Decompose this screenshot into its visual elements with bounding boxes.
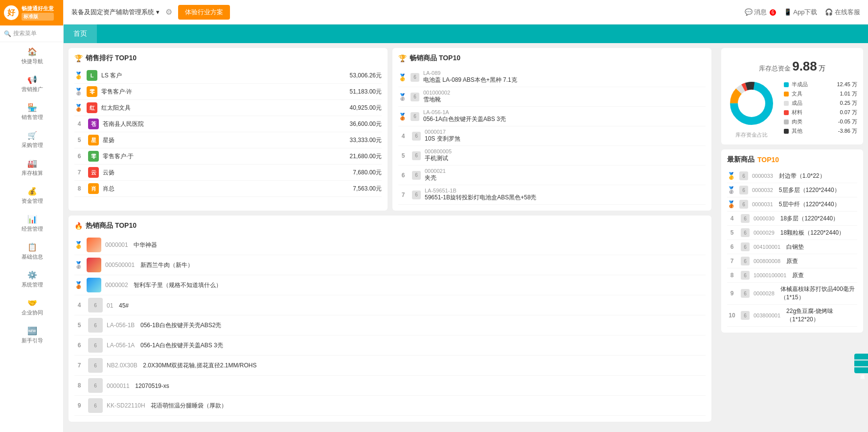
hot-products-title: 🔥 热销商品 TOP10 bbox=[74, 221, 706, 230]
product-icon: 6 bbox=[411, 73, 419, 82]
nav-label: 营销推广 bbox=[22, 86, 43, 93]
new-product-code: 003800001 bbox=[754, 312, 780, 318]
system-name: 装备及固定资产辅助管理系统 bbox=[71, 8, 154, 17]
message-btn[interactable]: 💬 消息 6 bbox=[745, 8, 777, 17]
product-name: 10S 变刹罗煞 bbox=[425, 135, 706, 143]
medal-icon: 🥈 bbox=[727, 186, 735, 194]
float-service: 客服热线 服务社区 直播 bbox=[854, 354, 868, 373]
product-info: LA-59651-1B 59651-1B旋转投影灯电池盒ABS黑色+58壳 bbox=[425, 188, 706, 202]
customer-rank-item: 6 零 零售客户·于 21,680.00元 bbox=[74, 148, 382, 165]
hot-product-name: 智利车子里（规格不知道填什么） bbox=[134, 282, 222, 288]
customer-service-btn[interactable]: 🎧 在线客服 bbox=[825, 8, 860, 17]
main-area: 装备及固定资产辅助管理系统 ▾ ⚙ 体验行业方案 💬 消息 6 📱 App下载 … bbox=[64, 0, 868, 432]
legend-name: 肉类 bbox=[792, 118, 835, 125]
legend-item: 肉类 -0.05 万 bbox=[784, 118, 857, 125]
new-product-name: 原查 bbox=[792, 271, 857, 280]
sidebar-item-marketing[interactable]: 📢 营销推广 bbox=[0, 70, 63, 98]
medal-icon: 🥈 bbox=[398, 93, 407, 101]
message-label: 消息 bbox=[754, 8, 767, 16]
customer-service-label: 在线客服 bbox=[835, 8, 860, 16]
sales-icon: 🏪 bbox=[27, 103, 37, 112]
rank-num: 6 bbox=[74, 153, 84, 160]
app-download-btn[interactable]: 📱 App下载 bbox=[784, 8, 817, 17]
product-icon: 6 bbox=[741, 257, 750, 265]
rank-num: 6 bbox=[74, 342, 84, 349]
hot-product-code: 01 bbox=[107, 302, 113, 309]
trial-button[interactable]: 体验行业方案 bbox=[178, 5, 230, 20]
product-code: LA-59651-1B bbox=[425, 188, 706, 193]
customer-avatar: 零 bbox=[87, 86, 97, 97]
customer-rank-item: 🥈 零 零售客户·许 51,183.00元 bbox=[74, 84, 382, 100]
legend-value: 0.25 万 bbox=[840, 99, 857, 107]
new-product-code: 004100001 bbox=[754, 244, 780, 250]
hot-product-name: 中华神器 bbox=[134, 241, 157, 248]
settings-icon[interactable]: ⚙ bbox=[165, 7, 172, 17]
float-btn-cs[interactable]: 客服热线 bbox=[854, 354, 868, 360]
new-product-name: 18颗粒板（1220*2440） bbox=[780, 229, 857, 237]
product-image: 6 bbox=[88, 298, 103, 312]
sidebar-item-enterprise[interactable]: 🤝 企业协同 bbox=[0, 293, 63, 321]
medal-icon: 🥉 bbox=[74, 281, 83, 289]
sidebar-item-sales[interactable]: 🏪 销售管理 bbox=[0, 98, 63, 126]
medal-icon: 🥉 bbox=[74, 104, 83, 112]
nav-label: 基础信息 bbox=[22, 253, 43, 261]
product-icon: 6 bbox=[412, 171, 421, 180]
hot-product-info: KK-SD22110H 花语萌恒温分腿睡袋（厚款） bbox=[107, 402, 706, 410]
tab-home[interactable]: 首页 bbox=[64, 24, 97, 43]
enterprise-icon: 🤝 bbox=[27, 298, 37, 308]
legend-item: 文具 1.01 万 bbox=[784, 90, 857, 97]
product-info: LA-089 电池盖 LA-089 ABS本色+黑种 7.1克 bbox=[423, 70, 706, 84]
sidebar-search[interactable]: 🔍 搜索菜单 bbox=[0, 25, 63, 42]
new-product-code: 0000028 bbox=[754, 290, 775, 296]
top-products-left-title: 🏆 畅销商品 TOP10 bbox=[398, 54, 706, 63]
legend-name: 材料 bbox=[792, 109, 837, 116]
sidebar-item-purchase[interactable]: 🛒 采购管理 bbox=[0, 126, 63, 154]
product-icon: 6 bbox=[739, 171, 748, 180]
hot-product-name: 45# bbox=[119, 302, 129, 309]
system-selector[interactable]: 装备及固定资产辅助管理系统 ▾ bbox=[71, 8, 160, 17]
sidebar-item-quick-nav[interactable]: 🏠 快捷导航 bbox=[0, 42, 63, 70]
sidebar-item-finance[interactable]: 💰 资金管理 bbox=[0, 182, 63, 210]
sidebar-item-guide[interactable]: 🆕 新手引导 bbox=[0, 321, 63, 349]
sidebar-item-base[interactable]: 📋 基础信息 bbox=[0, 238, 63, 265]
hot-product-name: 花语萌恒温分腿睡袋（厚款） bbox=[151, 402, 227, 409]
customer-name: LS 客户 bbox=[101, 72, 346, 80]
inventory-total: 库存总资金 9.88 万 bbox=[727, 54, 857, 79]
product-info: 000800005 手机测试 bbox=[425, 148, 706, 163]
new-product-code: 0000033 bbox=[752, 173, 773, 179]
new-product-item: 🥉 6 0000031 5层中纤（1220*2440） bbox=[727, 197, 857, 212]
product-name: 电池盖 LA-089 ABS本色+黑种 7.1克 bbox=[423, 76, 706, 84]
sidebar-item-system[interactable]: ⚙️ 系统管理 bbox=[0, 265, 63, 293]
new-product-name: 5层中纤（1220*2440） bbox=[779, 200, 857, 209]
float-btn-live[interactable]: 直播 bbox=[854, 367, 868, 373]
donut-wrapper: 库存资金占比 半成品 12.45 万 文具 1.01 万 成品 0.25 万 材… bbox=[727, 79, 857, 139]
tab-home-label: 首页 bbox=[73, 29, 87, 38]
inventory-card: 库存总资金 9.88 万 bbox=[721, 48, 863, 144]
base-icon: 📋 bbox=[27, 242, 37, 252]
new-product-name: 体械嘉枝味苏打饮品400毫升（1*15） bbox=[780, 285, 857, 302]
new-product-code: 0000030 bbox=[754, 216, 775, 221]
customer-rank-item: 🥇 L LS 客户 53,006.26元 bbox=[74, 68, 382, 84]
new-products-label: 最新商品 bbox=[727, 155, 754, 164]
new-product-name: 22g鱼豆腐-烧烤味（1*12*20） bbox=[786, 307, 857, 324]
rank-num: 7 bbox=[398, 192, 408, 198]
sidebar-item-operations[interactable]: 📊 经营管理 bbox=[0, 210, 63, 238]
product-name: 手机测试 bbox=[425, 154, 706, 163]
product-code: 000800005 bbox=[425, 148, 706, 154]
product-left-rank-item: 🥉 6 LA-056-1A 056-1A白色按键开关盖ABS 3壳 bbox=[398, 107, 706, 126]
rank-num: 5 bbox=[727, 229, 737, 236]
top-customers-card: 🏆 销售排行 TOP10 🥇 L LS 客户 53,006.26元 🥈 零 零售… bbox=[69, 48, 388, 211]
search-icon: 🔍 bbox=[4, 30, 11, 37]
logo-badge: 标准版 bbox=[22, 13, 54, 21]
customer-name: 零售客户·于 bbox=[103, 152, 346, 161]
new-product-item: 10 6 003800001 22g鱼豆腐-烧烤味（1*12*20） bbox=[727, 305, 857, 327]
product-left-rank-item: 🥈 6 001000002 雪地靴 bbox=[398, 87, 706, 107]
customer-avatar: 零 bbox=[88, 151, 99, 162]
sidebar-item-inventory[interactable]: 🏭 库存核算 bbox=[0, 154, 63, 182]
hot-product-name: 056-1B白色按键开关壳ABS2壳 bbox=[140, 322, 221, 329]
trophy-icon: 🏆 bbox=[74, 54, 83, 62]
customer-value: 36,600.00元 bbox=[350, 120, 382, 128]
float-btn-community[interactable]: 服务社区 bbox=[854, 360, 868, 366]
legend-value: -3.86 万 bbox=[838, 127, 857, 135]
hot-product-code: 000500001 bbox=[105, 262, 135, 268]
